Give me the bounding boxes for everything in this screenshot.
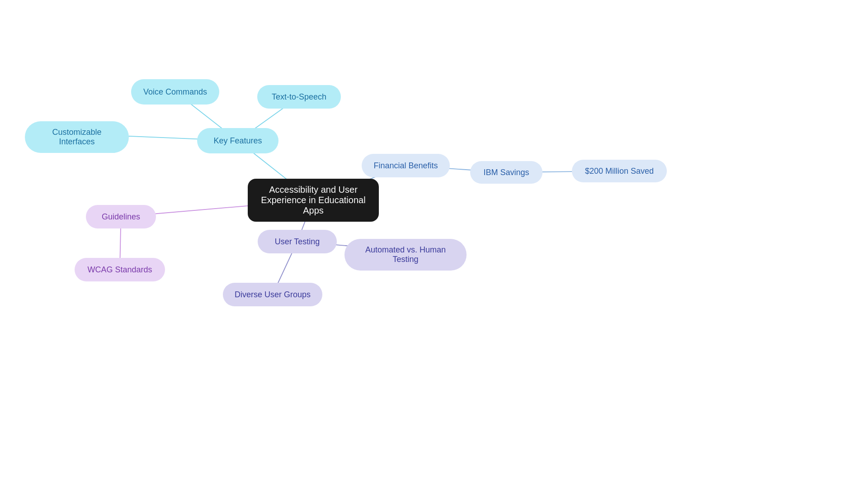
node-wcag_standards[interactable]: WCAG Standards [75, 258, 165, 281]
node-user_testing[interactable]: User Testing [258, 230, 337, 253]
node-automated_human[interactable]: Automated vs. Human Testing [344, 239, 467, 271]
node-ibm_savings[interactable]: IBM Savings [470, 161, 542, 184]
node-diverse_user_groups[interactable]: Diverse User Groups [223, 283, 322, 306]
node-customizable_interfaces[interactable]: Customizable Interfaces [25, 121, 129, 153]
node-text_to_speech[interactable]: Text-to-Speech [257, 85, 341, 109]
node-voice_commands[interactable]: Voice Commands [131, 79, 219, 105]
node-key_features[interactable]: Key Features [197, 128, 278, 153]
mindmap-container: Accessibility and User Experience in Edu… [0, 0, 868, 490]
node-guidelines[interactable]: Guidelines [86, 205, 156, 228]
node-center[interactable]: Accessibility and User Experience in Edu… [248, 179, 379, 222]
node-financial_benefits[interactable]: Financial Benefits [362, 154, 450, 177]
node-200_million[interactable]: $200 Million Saved [572, 160, 667, 182]
